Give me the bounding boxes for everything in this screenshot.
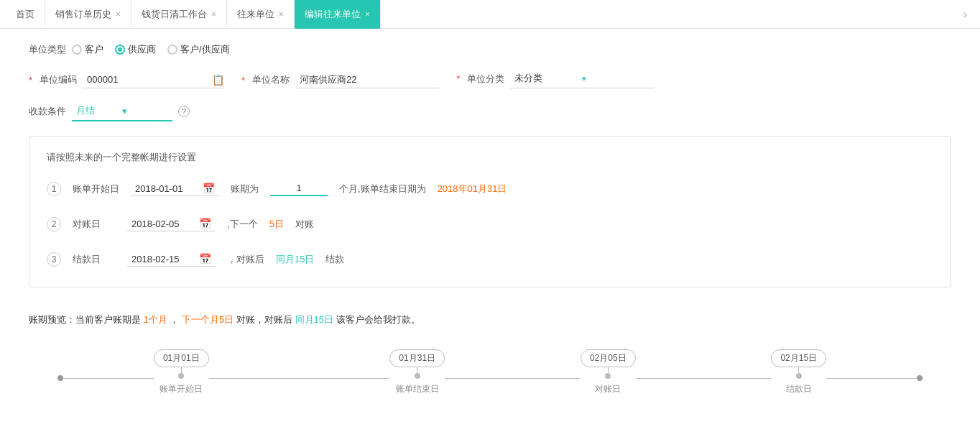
close-tab-partner[interactable]: × bbox=[279, 9, 284, 19]
tab-partner[interactable]: 往来单位 × bbox=[227, 0, 295, 29]
unit-type-field: 单位类型 客户 供应商 客户/供应商 bbox=[29, 43, 230, 56]
unit-category-value: 未分类 bbox=[514, 72, 582, 85]
period-row-1: 1 账单开始日 📅 账期为 个月,账单结束日期为 2018年01月31日 bbox=[47, 181, 933, 196]
period-desc-2-suffix: 对账 bbox=[295, 218, 314, 231]
period-date-3-wrapper: 📅 bbox=[127, 252, 216, 267]
unit-category-required: * bbox=[456, 73, 460, 84]
period-date-1-input[interactable] bbox=[135, 183, 200, 194]
unit-category-field: * 单位分类 未分类 ▾ bbox=[456, 69, 654, 88]
period-label-2: 对账日 bbox=[73, 218, 116, 231]
payment-cond-select[interactable]: 月结 ▾ bbox=[72, 101, 172, 121]
radio-both[interactable]: 客户/供应商 bbox=[167, 43, 230, 56]
radio-label-both: 客户/供应商 bbox=[180, 43, 230, 56]
tl-badge-3: 02月05日 bbox=[581, 349, 636, 367]
tab-sales-history[interactable]: 销售订单历史 × bbox=[45, 0, 131, 29]
period-desc-2-day-highlight: 5日 bbox=[269, 218, 284, 231]
payment-cond-chevron-icon: ▾ bbox=[122, 106, 168, 116]
period-date-2-input[interactable] bbox=[131, 218, 196, 229]
period-end-date-highlight: 2018年01月31日 bbox=[438, 183, 507, 196]
tab-bar: 首页 销售订单历史 × 钱货日清工作台 × 往来单位 × 编辑往来单位 × › bbox=[0, 0, 980, 29]
unit-type-label: 单位类型 bbox=[29, 43, 66, 56]
unit-type-radio-group: 客户 供应商 客户/供应商 bbox=[72, 43, 230, 56]
close-tab-cash-work[interactable]: × bbox=[211, 9, 216, 19]
payment-cond-label: 收款条件 bbox=[29, 105, 66, 118]
period-date-1-wrapper: 📅 bbox=[131, 181, 219, 196]
tl-vert-3 bbox=[608, 367, 609, 373]
unit-category-label: 单位分类 bbox=[467, 73, 504, 86]
radio-supplier[interactable]: 供应商 bbox=[115, 43, 156, 56]
tab-more-button[interactable]: › bbox=[956, 8, 974, 21]
radio-circle-both bbox=[167, 45, 177, 55]
period-date-3-input[interactable] bbox=[131, 254, 196, 264]
period-label-3: 结款日 bbox=[73, 253, 116, 266]
close-tab-sales-history[interactable]: × bbox=[116, 9, 121, 19]
tl-seg-1 bbox=[63, 378, 154, 379]
unit-category-select[interactable]: 未分类 ▾ bbox=[510, 69, 654, 88]
unit-code-required: * bbox=[29, 75, 32, 86]
preview-part1: 1个月 bbox=[144, 314, 167, 325]
timeline-start-dot bbox=[57, 375, 63, 381]
tl-dot-3 bbox=[605, 373, 611, 379]
period-row-2: 2 对账日 📅 ,下一个 5日 对账 bbox=[47, 216, 933, 231]
radio-customer[interactable]: 客户 bbox=[72, 43, 103, 56]
period-desc-3-day-highlight: 同月15日 bbox=[276, 253, 314, 266]
timeline-section: 01月01日 账单开始日 01月31日 账单结束日 02月05日 对账日 bbox=[29, 338, 951, 401]
unit-name-required: * bbox=[241, 75, 245, 86]
timeline-end-dot bbox=[917, 375, 923, 381]
period-num-2: 2 bbox=[47, 217, 61, 231]
tl-label-4: 结款日 bbox=[786, 383, 812, 395]
section-title: 请按照未来的一个完整帐期进行设置 bbox=[47, 151, 933, 164]
tl-badge-1: 01月01日 bbox=[154, 349, 209, 367]
unit-name-input[interactable] bbox=[295, 71, 439, 88]
period-cal-2-icon[interactable]: 📅 bbox=[199, 218, 211, 229]
tl-vert-4 bbox=[798, 367, 799, 373]
period-cal-1-icon[interactable]: 📅 bbox=[203, 183, 215, 194]
radio-label-customer: 客户 bbox=[85, 43, 103, 56]
unit-code-input-wrapper: 📋 bbox=[83, 71, 224, 88]
tl-label-2: 账单结束日 bbox=[396, 383, 439, 395]
tab-home[interactable]: 首页 bbox=[6, 0, 45, 29]
period-desc-3-prefix: ，对账后 bbox=[227, 253, 264, 266]
tl-seg-3 bbox=[445, 378, 581, 379]
tl-seg-5 bbox=[826, 378, 917, 379]
tl-seg-2 bbox=[209, 378, 390, 379]
period-months-input[interactable] bbox=[270, 181, 328, 196]
unit-category-chevron-icon: ▾ bbox=[582, 74, 650, 83]
preview-part2: 下一个月5日 bbox=[182, 314, 234, 325]
tab-edit-partner[interactable]: 编辑往来单位 × bbox=[295, 0, 381, 29]
tl-vert-1 bbox=[181, 367, 182, 373]
period-desc-1-suffix: 个月,账单结束日期为 bbox=[339, 183, 426, 196]
tab-cash-work[interactable]: 钱货日清工作台 × bbox=[131, 0, 227, 29]
radio-circle-supplier bbox=[115, 45, 125, 55]
period-cal-3-icon[interactable]: 📅 bbox=[199, 253, 211, 264]
radio-circle-customer bbox=[72, 45, 82, 55]
tl-node-4: 02月15日 结款日 bbox=[771, 349, 826, 395]
period-num-1: 1 bbox=[47, 182, 61, 196]
timeline-track: 01月01日 账单开始日 01月31日 账单结束日 02月05日 对账日 bbox=[29, 349, 951, 395]
period-num-3: 3 bbox=[47, 252, 61, 267]
unit-name-label: 单位名称 bbox=[252, 73, 290, 86]
unit-name-field: * 单位名称 bbox=[241, 71, 439, 88]
tl-node-1: 01月01日 账单开始日 bbox=[154, 349, 209, 395]
period-date-2-wrapper: 📅 bbox=[127, 216, 216, 231]
tl-vert-2 bbox=[417, 367, 417, 373]
preview-part3: 同月15日 bbox=[295, 314, 333, 325]
main-content: 单位类型 客户 供应商 客户/供应商 * 单位编码 bbox=[0, 29, 980, 437]
tl-node-2: 01月31日 账单结束日 bbox=[389, 349, 445, 395]
tl-dot-2 bbox=[415, 373, 420, 379]
preview-mid: 对账，对账后 bbox=[236, 314, 292, 325]
unit-code-input[interactable] bbox=[83, 71, 212, 88]
radio-label-supplier: 供应商 bbox=[128, 43, 156, 56]
tl-node-3: 02月05日 对账日 bbox=[581, 349, 636, 395]
close-tab-edit-partner[interactable]: × bbox=[365, 9, 370, 19]
unit-code-label: 单位编码 bbox=[40, 73, 77, 86]
period-section: 请按照未来的一个完整帐期进行设置 1 账单开始日 📅 账期为 个月,账单结束日期… bbox=[29, 136, 951, 288]
period-row-3: 3 结款日 📅 ，对账后 同月15日 结款 bbox=[47, 252, 933, 267]
tl-label-1: 账单开始日 bbox=[160, 383, 203, 395]
tl-seg-4 bbox=[636, 378, 772, 379]
tl-dot-4 bbox=[796, 373, 802, 379]
preview-suffix: 该客户会给我打款。 bbox=[336, 314, 420, 325]
payment-help-icon[interactable]: ? bbox=[178, 106, 190, 117]
unit-code-copy-icon[interactable]: 📋 bbox=[212, 74, 224, 86]
tl-dot-1 bbox=[178, 373, 184, 379]
